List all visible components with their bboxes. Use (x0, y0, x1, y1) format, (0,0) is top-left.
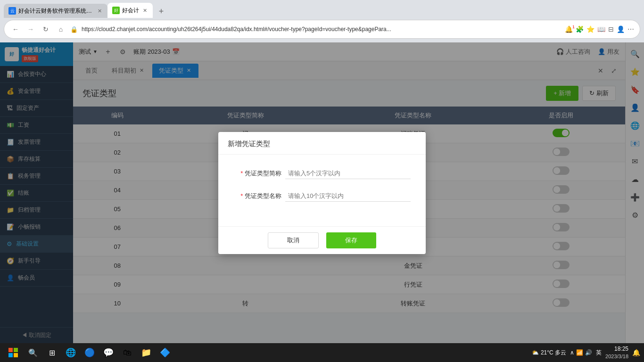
weather-info: ⛅ 21°C 多云 (532, 349, 566, 357)
weather-icon: ⛅ (532, 349, 539, 356)
tab-favicon-2: 好 (112, 7, 120, 14)
name-label: * 凭证类型名称 (233, 192, 285, 200)
taskbar-right: ⛅ 21°C 多云 ∧ 📶 🔊 英 18:25 2023/3/18 🔔 (532, 345, 640, 360)
abbr-required-mark: * (240, 170, 243, 177)
alert-icon[interactable]: 🔔1 (565, 25, 573, 33)
name-input[interactable] (285, 190, 411, 202)
name-required-mark: * (240, 192, 243, 199)
browser-tab-1[interactable]: 云 好会计云财务软件管理系统_会计 ✕ (4, 4, 107, 18)
taskbar-store[interactable]: 🛍 (119, 344, 136, 361)
start-button[interactable] (4, 344, 23, 361)
tray-network[interactable]: 📶 (576, 349, 583, 356)
new-tab-button[interactable]: + (155, 5, 168, 18)
tray-sound[interactable]: 🔊 (585, 349, 592, 356)
tab-favicon-1: 云 (8, 7, 16, 15)
nav-home-button[interactable]: ⌂ (55, 24, 66, 35)
menu-icon[interactable]: ⋯ (627, 25, 634, 33)
tab-bar: 云 好会计云财务软件管理系统_会计 ✕ 好 好会计 ✕ + (0, 0, 644, 18)
abbr-form-row: * 凭证类型简称 (233, 168, 411, 179)
tray-arrow[interactable]: ∧ (570, 349, 574, 356)
dialog: 新增凭证类型 * 凭证类型简称 * 凭证类型名称 (218, 132, 426, 254)
svg-rect-3 (14, 353, 18, 357)
dialog-title: 新增凭证类型 (228, 140, 270, 148)
taskbar-browser2[interactable]: 🔷 (157, 344, 173, 361)
save-button[interactable]: 保存 (326, 232, 376, 248)
nav-back-button[interactable]: ← (10, 24, 21, 35)
browser-chrome: 云 好会计云财务软件管理系统_会计 ✕ 好 好会计 ✕ + ← → ↻ ⌂ 🔒 … (0, 0, 644, 42)
profile-icon[interactable]: 👤 (617, 25, 625, 33)
svg-rect-0 (8, 348, 13, 352)
tab-close-1[interactable]: ✕ (96, 8, 103, 14)
weather-text: 21°C 多云 (541, 349, 566, 357)
taskbar: 🔍 ⊞ 🌐 🔵 💬 🛍 📁 🔷 ⛅ 21°C 多云 ∧ 📶 🔊 英 18:25 … (0, 343, 644, 362)
dialog-body: * 凭证类型简称 * 凭证类型名称 (218, 155, 426, 226)
url-display[interactable]: https://cloud2.chanjet.com/accounting/uh… (82, 26, 561, 33)
nav-refresh-button[interactable]: ↻ (40, 24, 51, 35)
abbr-input[interactable] (285, 168, 411, 179)
browser-action-icons: 🔔1 🧩 ⭐ 📖 ⊟ 👤 ⋯ (565, 25, 634, 33)
taskbar-explorer[interactable]: 📁 (138, 344, 155, 361)
address-bar: ← → ↻ ⌂ 🔒 https://cloud2.chanjet.com/acc… (4, 20, 640, 39)
name-form-row: * 凭证类型名称 (233, 190, 411, 202)
dialog-overlay: 新增凭证类型 * 凭证类型简称 * 凭证类型名称 (0, 42, 644, 343)
abbr-label-text: 凭证类型简称 (245, 170, 281, 177)
clock-time: 18:25 (605, 345, 628, 353)
taskbar-wechat[interactable]: 💬 (100, 344, 117, 361)
extensions-icon[interactable]: 🧩 (576, 25, 584, 33)
dialog-header: 新增凭证类型 (218, 132, 426, 155)
taskbar-chrome[interactable]: 🔵 (81, 344, 98, 361)
tab-title-2: 好会计 (122, 7, 139, 15)
abbr-label: * 凭证类型简称 (233, 169, 285, 178)
cancel-button[interactable]: 取消 (268, 232, 319, 248)
security-icon: 🔒 (70, 26, 78, 33)
fav-icon[interactable]: ⭐ (586, 25, 594, 33)
taskbar-multitask[interactable]: ⊞ (43, 344, 60, 361)
taskbar-search[interactable]: 🔍 (25, 344, 41, 361)
reading-icon[interactable]: 📖 (597, 25, 605, 33)
svg-rect-1 (14, 348, 18, 352)
tab-close-2[interactable]: ✕ (141, 7, 148, 14)
taskbar-edge[interactable]: 🌐 (62, 344, 79, 361)
time-display: 18:25 2023/3/18 (605, 345, 628, 360)
tab-title-1: 好会计云财务软件管理系统_会计 (18, 7, 94, 15)
split-icon[interactable]: ⊟ (608, 25, 614, 33)
clock-date: 2023/3/18 (605, 353, 628, 360)
nav-forward-button[interactable]: → (25, 24, 36, 35)
language-indicator[interactable]: 英 (596, 349, 602, 357)
browser-tab-2[interactable]: 好 好会计 ✕ (107, 3, 153, 18)
system-tray: ∧ 📶 🔊 (570, 349, 592, 356)
notification-icon[interactable]: 🔔 (632, 349, 640, 356)
dialog-footer: 取消 保存 (218, 226, 426, 254)
name-label-text: 凭证类型名称 (245, 192, 281, 199)
svg-rect-2 (8, 353, 13, 357)
